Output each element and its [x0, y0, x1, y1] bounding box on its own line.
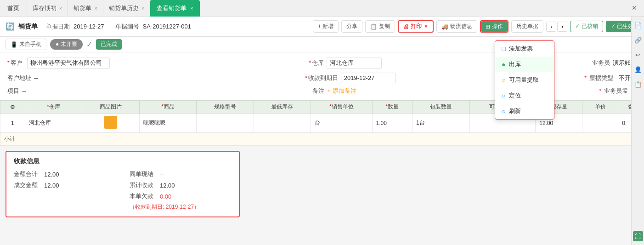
logistics-button[interactable]: 🚚 物流信息: [436, 20, 477, 33]
dropdown-item-refresh[interactable]: ○ 刷新: [495, 103, 554, 119]
cell-num: 1: [0, 114, 25, 133]
tab-view-sales[interactable]: 查看销货单 ×: [150, 0, 199, 17]
col-image: 商品图片: [82, 101, 140, 114]
tab-sales-history-close[interactable]: ×: [141, 6, 144, 11]
payment-cumulative-value: 12.00: [160, 182, 175, 189]
remark-add-button[interactable]: + 添加备注: [327, 87, 356, 95]
meta-num-value: SA-20191227-001: [143, 23, 192, 30]
ticket-required: *: [584, 75, 587, 81]
cell-min-stock: [254, 114, 311, 133]
available-icon: ○: [502, 76, 505, 84]
check-icon: ✓: [86, 40, 92, 49]
invoice-icon: □: [502, 45, 505, 52]
tab-view-sales-label: 查看销货单: [157, 4, 186, 12]
panel-icon-back[interactable]: ↩: [633, 50, 643, 60]
tab-inventory[interactable]: 库存期初 ×: [27, 0, 68, 17]
operate-button[interactable]: ⊞ 操作: [481, 21, 508, 32]
address-value: --: [34, 74, 38, 81]
done-button[interactable]: 已完成: [96, 39, 122, 50]
tab-home[interactable]: 首页: [0, 0, 27, 17]
tab-view-sales-close[interactable]: ×: [190, 6, 193, 11]
panel-icon-doc[interactable]: 📄: [633, 20, 643, 30]
unchecked-button[interactable]: ● 未开票: [50, 39, 83, 50]
payment-total-label: 金额合计: [14, 170, 41, 178]
from-phone-button[interactable]: 📱 来自手机: [6, 39, 46, 50]
payment-same-order-label: 同单现结: [130, 170, 157, 178]
project-value: --: [22, 88, 26, 95]
tab-home-label: 首页: [7, 4, 19, 12]
payment-cumulative-row: 累计收款 12.00: [130, 181, 232, 189]
dropdown-menu: □ 添加发票 ● 出库 ○ 可用量提取 ○ 定位 ○ 刷新: [495, 40, 554, 120]
copy-button[interactable]: 📋 复制: [365, 20, 395, 33]
history-button[interactable]: 历史单据: [511, 20, 543, 33]
print-button-wrap: 🖨 打印 ▼: [398, 20, 434, 33]
phone-icon: 📱: [11, 41, 17, 48]
col-price: 单价: [582, 101, 618, 114]
print-button[interactable]: 🖨 打印 ▼: [399, 21, 433, 32]
cell-qty: 1.00: [372, 114, 412, 133]
tab-sales-history[interactable]: 销货单历史 ×: [103, 0, 150, 17]
col-pkg-qty: 包装数量: [412, 101, 470, 114]
tab-sales-history-label: 销货单历史: [109, 4, 139, 12]
global-close-button[interactable]: ×: [624, 3, 644, 13]
payment-same-order-row: 同单现结 --: [130, 170, 232, 178]
grid-icon: ⊞: [486, 23, 490, 30]
truck-icon: 🚚: [441, 23, 448, 30]
meta-date-label: 单据日期: [46, 23, 70, 31]
payment-deal-label: 成交金额: [14, 181, 41, 189]
meta-date-value: 2019-12-27: [73, 23, 104, 30]
tab-inventory-close[interactable]: ×: [59, 6, 62, 11]
dropdown-item-locate[interactable]: ○ 定位: [495, 88, 554, 103]
prev-button[interactable]: ‹: [546, 22, 556, 32]
col-product: *商品: [139, 101, 197, 114]
due-date-value[interactable]: 2019-12-27: [341, 73, 396, 83]
subtotal-row: 小计: [0, 133, 644, 146]
cell-unit: 台: [311, 114, 372, 133]
col-unit: *销售单位: [311, 101, 372, 114]
col-warehouse: *仓库: [25, 101, 82, 114]
payment-box: 收款信息 金额合计 12.00 同单现结 -- 成交金额 12.00 累计收款 …: [6, 151, 240, 217]
share-button[interactable]: 分享: [341, 20, 362, 33]
circle-icon: ●: [56, 41, 59, 47]
payment-total-row: 金额合计 12.00: [14, 170, 116, 178]
operate-button-wrap: ⊞ 操作: [480, 20, 508, 33]
cell-image: [82, 114, 140, 133]
payment-total-value: 12.00: [44, 171, 59, 178]
panel-icon-expand[interactable]: ⛶: [633, 231, 643, 241]
payment-owed-row: 本单欠款 0.00 （收款到期日: 2019-12-27）: [130, 192, 232, 211]
payment-owed-label: 本单欠款: [130, 192, 157, 200]
warehouse-label: 仓库: [312, 59, 324, 67]
tab-sales[interactable]: 销货单 ×: [68, 0, 102, 17]
customer-value[interactable]: 柳州粤港平安气体有限公司: [27, 57, 110, 69]
salesman-required: *: [599, 88, 602, 94]
dropdown-item-invoice[interactable]: □ 添加发票: [495, 41, 554, 57]
panel-icon-user[interactable]: 👤: [633, 64, 643, 74]
refresh-icon: ○: [502, 108, 505, 115]
tab-sales-close[interactable]: ×: [94, 6, 97, 11]
ticket-label: 票据类型: [589, 74, 613, 82]
dropdown-item-available[interactable]: ○ 可用量提取: [495, 72, 554, 88]
product-image: [104, 116, 117, 129]
outbound-icon: ●: [502, 61, 505, 68]
warehouse-required: *: [309, 60, 311, 66]
print-dropdown-arrow: ▼: [424, 24, 428, 29]
nav-arrows: ‹ ›: [546, 22, 567, 32]
cell-warehouse: 河北仓库: [25, 114, 82, 133]
right-panel: 📄 🔗 ↩ 👤 📋 ⛶: [631, 17, 644, 245]
salesman-label: 业务员孟: [604, 87, 628, 95]
col-qty: *数量: [372, 101, 412, 114]
plus-icon: +: [327, 87, 331, 94]
cancel-status-button[interactable]: ✓ 已核销: [570, 21, 603, 32]
warehouse-value[interactable]: 河北仓库: [327, 57, 382, 69]
payment-same-order-value: --: [160, 171, 164, 178]
col-settings[interactable]: ⚙: [0, 101, 25, 114]
new-button[interactable]: + 新增: [313, 20, 339, 33]
payment-deal-value: 12.00: [44, 182, 59, 189]
cell-spec: [197, 114, 254, 133]
dropdown-item-outbound[interactable]: ● 出库: [495, 57, 554, 72]
panel-icon-link[interactable]: 🔗: [633, 35, 643, 45]
customer-label: 客户: [11, 59, 24, 67]
col-min-stock: 最低库存: [254, 101, 311, 114]
panel-icon-clipboard[interactable]: 📋: [633, 79, 643, 89]
next-button[interactable]: ›: [557, 22, 567, 32]
